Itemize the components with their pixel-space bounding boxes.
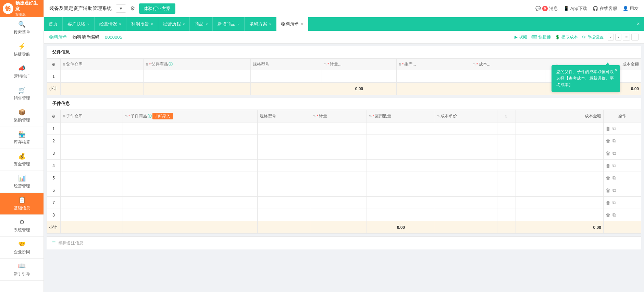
tab-barcode-plan-close[interactable]: × <box>269 22 271 26</box>
sidebar-item-basic-info[interactable]: 📋 基础信息 <box>0 193 44 215</box>
top-header-left: 装备及固定资产辅助管理系统 ▼ ⚙ 体验行业方案 <box>49 3 175 14</box>
message-badge: 6 <box>542 6 548 11</box>
copy-icon[interactable]: ⧉ <box>612 138 616 144</box>
delete-icon[interactable]: 🗑 <box>606 212 610 218</box>
sidebar-item-enterprise[interactable]: 🤝 企业协同 <box>0 237 44 259</box>
extract-cost-action[interactable]: 💲 提取成本 <box>555 34 578 40</box>
sidebar-item-guide[interactable]: 📖 新手引导 <box>0 259 44 281</box>
sidebar: 畅 畅捷通好生意 标准版 🔍 搜索菜单 ⚡ 快捷导航 📣 营销推广 🛒 销售管理… <box>0 0 44 292</box>
sort-icon[interactable]: ⇅ <box>324 62 327 66</box>
tab-products-close[interactable]: × <box>206 22 208 26</box>
copy-icon[interactable]: ⧉ <box>612 126 616 131</box>
sidebar-item-marketing[interactable]: 📣 营销推广 <box>0 61 44 83</box>
sidebar-item-search[interactable]: 🔍 搜索菜单 <box>0 17 44 39</box>
sort-icon[interactable]: ⇅ <box>473 62 476 66</box>
online-service-btn[interactable]: 🎧 在线客服 <box>593 5 617 12</box>
single-settings-action[interactable]: ⚙ 单据设置 <box>582 34 604 40</box>
child-info-section: 子件信息 ⚙ ⇅ 子件仓库 ⇅ <box>47 98 641 234</box>
sort-icon[interactable]: ⇅ <box>63 62 65 66</box>
single-settings-icon: ⚙ <box>582 35 586 39</box>
nav-plus-btn[interactable]: + <box>631 34 639 40</box>
delete-icon[interactable]: 🗑 <box>606 126 610 131</box>
tab-operations-history[interactable]: 经营历程 × <box>158 17 190 31</box>
copy-icon[interactable]: ⧉ <box>612 200 616 206</box>
nav-next-btn[interactable]: › <box>615 34 621 40</box>
system-name: 装备及固定资产辅助管理系统 <box>49 5 112 12</box>
sort-icon[interactable]: ⇅ <box>399 62 401 66</box>
tooltip-close-btn[interactable]: × <box>615 67 617 74</box>
settings-gear-btn[interactable]: ⚙ <box>130 5 135 12</box>
tab-operations-status-close[interactable]: × <box>119 22 121 26</box>
sidebar-item-quick-nav[interactable]: ⚡ 快捷导航 <box>0 39 44 61</box>
copy-icon[interactable]: ⧉ <box>612 212 616 218</box>
child-unit-cost-cell[interactable] <box>435 122 497 135</box>
extract-cost-label: 提取成本 <box>561 34 578 40</box>
user-btn[interactable]: 👤 用友 <box>623 5 639 12</box>
parent-spec-cell[interactable] <box>251 70 322 83</box>
nav-prev-btn[interactable]: ‹ <box>608 34 614 40</box>
parent-warehouse-cell[interactable] <box>61 70 144 83</box>
sidebar-item-finance[interactable]: 💰 资金管理 <box>0 149 44 171</box>
tab-operations-history-close[interactable]: × <box>183 22 185 26</box>
app-download-btn[interactable]: 📱 App下载 <box>564 5 587 12</box>
parent-col-gear[interactable]: ⚙ <box>47 59 61 70</box>
child-unit-cell[interactable] <box>311 122 367 135</box>
child-col-gear[interactable]: ⚙ <box>47 110 61 122</box>
scan-btn[interactable]: 扫码录入 <box>152 113 173 119</box>
sidebar-item-operations[interactable]: 📊 经营管理 <box>0 171 44 193</box>
sidebar-item-sales[interactable]: 🛒 销售管理 <box>0 83 44 105</box>
tab-bom-list-close[interactable]: × <box>301 22 303 26</box>
copy-icon[interactable]: ⧉ <box>612 175 616 181</box>
tab-bom-list[interactable]: 物料清单 × <box>276 17 308 31</box>
copy-icon[interactable]: ⧉ <box>612 163 616 168</box>
child-subtotal-row: 小计 0.00 0.00 <box>47 221 641 234</box>
child-spec-cell[interactable] <box>258 122 311 135</box>
parent-product-cell[interactable] <box>144 70 251 83</box>
child-quantity-cell[interactable] <box>367 122 435 135</box>
delete-icon[interactable]: 🗑 <box>606 188 610 193</box>
copy-icon[interactable]: ⧉ <box>612 150 616 156</box>
tab-customers[interactable]: 客户联络 × <box>63 17 95 31</box>
tab-profit-report-close[interactable]: × <box>151 22 153 26</box>
sidebar-item-label: 快捷导航 <box>14 51 30 57</box>
system-dropdown-btn[interactable]: ▼ <box>116 4 126 13</box>
tab-operations-status[interactable]: 经营情况 × <box>95 17 126 31</box>
delete-icon[interactable]: 🗑 <box>606 151 610 156</box>
delete-icon[interactable]: 🗑 <box>606 163 610 168</box>
tab-home-label: 首页 <box>49 21 58 27</box>
copy-icon[interactable]: ⧉ <box>612 187 616 193</box>
nav-list-btn[interactable]: ≡ <box>623 34 630 40</box>
trial-button[interactable]: 体验行业方案 <box>139 3 175 14</box>
tab-profit-report[interactable]: 利润报告 × <box>126 17 158 31</box>
message-btn[interactable]: 💬 6 消息 <box>535 5 558 12</box>
shortcut-action[interactable]: ⌨ 快捷键 <box>531 34 551 40</box>
sort-icon[interactable]: ⇅ <box>146 62 148 66</box>
sidebar-item-system[interactable]: ⚙ 系统管理 <box>0 215 44 237</box>
delete-icon[interactable]: 🗑 <box>606 138 610 144</box>
guide-icon: 📖 <box>18 262 26 270</box>
tab-products[interactable]: 商品 × <box>190 17 213 31</box>
sidebar-item-inventory[interactable]: 🏪 库存核算 <box>0 127 44 149</box>
parent-unit-cell[interactable] <box>322 70 396 83</box>
parent-production-cell[interactable] <box>396 70 471 83</box>
parent-col-cost: ⇅ * 成本... <box>471 59 545 70</box>
sidebar-item-purchase[interactable]: 📦 采购管理 <box>0 105 44 127</box>
tab-add-product-close[interactable]: × <box>237 22 239 26</box>
shortcut-icon: ⌨ <box>531 35 537 39</box>
child-warehouse-cell[interactable] <box>61 122 123 135</box>
parent-cost-cell[interactable] <box>471 70 545 83</box>
page-header-right: ▶ 视频 ⌨ 快捷键 💲 提取成本 ⚙ 单据设置 ‹ › <box>515 34 639 40</box>
parent-col-unit: ⇅ * 计量... <box>322 59 396 70</box>
child-col-product: ⇅ * 子件商品 ⓘ 扫码录入 <box>123 110 257 122</box>
app-download-icon: 📱 <box>564 6 569 11</box>
tab-customers-close[interactable]: × <box>87 22 89 26</box>
tab-barcode-plan[interactable]: 条码方案 × <box>245 17 276 31</box>
child-product-cell[interactable] <box>123 122 257 135</box>
delete-icon[interactable]: 🗑 <box>606 200 610 206</box>
delete-icon[interactable]: 🗑 <box>606 175 610 181</box>
tab-home[interactable]: 首页 <box>44 17 63 31</box>
view-action[interactable]: ▶ 视频 <box>515 34 527 40</box>
tab-add-product[interactable]: 新增商品 × <box>213 17 245 31</box>
breadcrumb-home[interactable]: 物料清单 <box>49 34 67 40</box>
nav-close-btn[interactable]: × <box>633 17 644 31</box>
